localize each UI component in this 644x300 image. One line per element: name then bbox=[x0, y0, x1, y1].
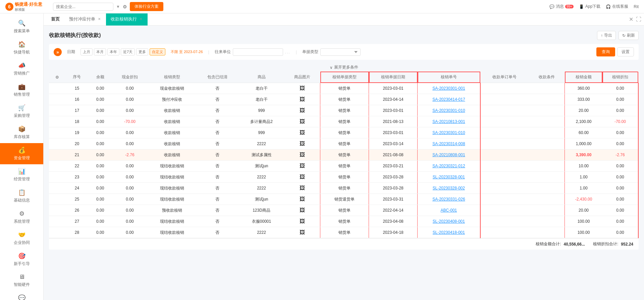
filter-separator-2: | bbox=[296, 50, 297, 54]
unit-label: 往来单位 bbox=[215, 49, 231, 55]
table-cell[interactable]: SL-20230328-001 bbox=[418, 172, 480, 183]
table-cell: 28 bbox=[65, 227, 89, 238]
td-settings bbox=[49, 83, 65, 94]
expand-more-button[interactable]: ∨ 展开更多条件 bbox=[49, 63, 639, 72]
td-product-img: 🖼 bbox=[284, 83, 320, 94]
table-cell: 现结收款核销 bbox=[148, 161, 196, 172]
filter-unit: 往来单位 ... bbox=[215, 48, 290, 56]
phone-icon: 📱 bbox=[579, 4, 584, 9]
th-bill-date: 核销单据日期 bbox=[369, 72, 418, 83]
table-cell: 现结收款核销 bbox=[148, 194, 196, 205]
table-cell: 衣服00001 bbox=[238, 216, 284, 227]
table-cell: 3,390.00 bbox=[565, 149, 602, 161]
table-cell: 0.00 bbox=[602, 194, 638, 205]
table-cell[interactable]: SL-20230408-001 bbox=[418, 216, 480, 227]
home-icon: 🏠 bbox=[18, 41, 25, 48]
sidebar-item-collab[interactable]: 🤝 企业协同 bbox=[0, 228, 43, 249]
filter-type: 单据类型 bbox=[302, 48, 361, 56]
page-actions: ↑ 导出 ↻ 刷新 bbox=[597, 31, 639, 40]
refresh-button[interactable]: ↻ 刷新 bbox=[619, 31, 639, 40]
page-content: 收款核销执行(按收款) ↑ 导出 ↻ 刷新 » 日期 上月 bbox=[44, 26, 644, 300]
tab-prepayment-close[interactable]: ✕ bbox=[97, 17, 101, 21]
tab-home[interactable]: 首页 bbox=[46, 13, 64, 26]
search-icon: 🔍 bbox=[18, 19, 25, 27]
tab-expand-icon[interactable]: ⛶ bbox=[636, 16, 641, 23]
sidebar-item-sales[interactable]: 💼 销售管理 bbox=[0, 80, 43, 101]
type-select[interactable] bbox=[320, 48, 361, 56]
export-icon: ↑ bbox=[601, 33, 603, 38]
table-row: 180.00-70.00收款核销否多计量商品2🖼销货单2021-08-13SA-… bbox=[49, 116, 638, 127]
user-menu[interactable]: Rit bbox=[634, 4, 639, 9]
table-cell: 销货单 bbox=[320, 105, 369, 116]
message-button[interactable]: 💬 消息 99+ bbox=[549, 4, 574, 9]
date-btn-this-year[interactable]: 本年 bbox=[107, 48, 119, 55]
date-btn-this-month[interactable]: 本月 bbox=[94, 48, 106, 55]
tab-close-all-icon[interactable]: ✕ bbox=[629, 16, 633, 23]
tab-bar-actions: ✕ ⛶ bbox=[629, 16, 641, 23]
table-cell: 2023-03-31 bbox=[369, 194, 418, 205]
sidebar-item-purchase[interactable]: 🛒 采购管理 bbox=[0, 101, 43, 122]
app-download-button[interactable]: 📱 App下载 bbox=[579, 4, 600, 9]
table-cell: 销货单 bbox=[320, 216, 369, 227]
table-cell[interactable]: SA-20230301-010 bbox=[418, 127, 480, 138]
table-cell: 0.00 bbox=[602, 183, 638, 194]
table-cell: 2222 bbox=[238, 138, 284, 149]
sidebar-item-label: 系统管理 bbox=[14, 219, 30, 224]
online-service-button[interactable]: 🎧 在线客服 bbox=[606, 4, 628, 9]
sidebar-item-search[interactable]: 🔍 搜索菜单 bbox=[0, 16, 43, 37]
date-btn-custom[interactable]: 自定义 bbox=[150, 48, 165, 55]
table-cell[interactable]: SA-20210808-001 bbox=[418, 149, 480, 161]
table-cell: 否 bbox=[196, 216, 238, 227]
sidebar-item-marketing[interactable]: 📣 营销推广 bbox=[0, 58, 43, 80]
table-cell[interactable]: SA-20230321-012 bbox=[418, 161, 480, 172]
query-button[interactable]: 查询 bbox=[596, 47, 615, 56]
export-button[interactable]: ↑ 导出 bbox=[597, 31, 616, 40]
td-settings bbox=[49, 94, 65, 105]
tab-receipt-cancel[interactable]: 收款核销执行 ✕ bbox=[106, 13, 148, 26]
th-product-img: 商品图片 bbox=[284, 72, 320, 83]
message-badge: 99+ bbox=[565, 5, 574, 8]
tab-prepayment[interactable]: 预付冲应付单 ✕ bbox=[64, 13, 106, 26]
td-product-img: 🖼 bbox=[284, 172, 320, 183]
industry-solution-button[interactable]: 体验行业方案 bbox=[130, 2, 163, 11]
date-btn-7days[interactable]: 近7天 bbox=[121, 48, 135, 55]
table-cell[interactable]: SA-20230331-026 bbox=[418, 194, 480, 205]
sidebar-item-nav[interactable]: 🏠 快捷导航 bbox=[0, 37, 43, 58]
setting-button[interactable]: 设置 bbox=[617, 47, 634, 56]
table-cell[interactable]: ABC-001 bbox=[418, 205, 480, 216]
td-settings bbox=[49, 127, 65, 138]
company-search-input[interactable] bbox=[53, 3, 113, 11]
table-cell: 2023-03-28 bbox=[369, 172, 418, 183]
table-cell[interactable]: SA-20230314-008 bbox=[418, 138, 480, 149]
date-btn-last-month[interactable]: 上月 bbox=[80, 48, 93, 55]
table-cell[interactable]: SL-20230418-001 bbox=[418, 227, 480, 238]
unit-search-dots[interactable]: ... bbox=[285, 50, 290, 54]
sidebar-item-system[interactable]: ⚙ 系统管理 bbox=[0, 207, 43, 228]
marketing-icon: 📣 bbox=[18, 62, 25, 69]
table-cell: 0.00 bbox=[89, 227, 112, 238]
table-cell[interactable]: SA-20230301-001 bbox=[418, 83, 480, 94]
sidebar-item-inventory[interactable]: 📦 库存核算 bbox=[0, 122, 43, 143]
td-product-img: 🖼 bbox=[284, 216, 320, 227]
table-cell bbox=[480, 83, 529, 94]
table-cell[interactable]: SA-20230301-010 bbox=[418, 105, 480, 116]
sidebar-item-finance[interactable]: 💰 资金管理 bbox=[0, 143, 43, 164]
table-cell: 21 bbox=[65, 149, 89, 161]
gear-icon[interactable]: ⚙ bbox=[123, 4, 127, 9]
dropdown-arrow-icon[interactable]: ▼ bbox=[116, 4, 120, 9]
sidebar-item-label: 智能硬件 bbox=[14, 282, 30, 288]
sidebar-item-guide[interactable]: 🎯 新手引导 bbox=[0, 249, 43, 270]
td-settings bbox=[49, 194, 65, 205]
tab-receipt-cancel-close[interactable]: ✕ bbox=[139, 17, 143, 21]
table-cell[interactable]: SL-20230328-002 bbox=[418, 183, 480, 194]
sidebar-item-basic[interactable]: 📋 基础信息 bbox=[0, 185, 43, 207]
table-cell[interactable]: SA-20210813-001 bbox=[418, 116, 480, 127]
sidebar-item-operations[interactable]: 📊 经营管理 bbox=[0, 164, 43, 185]
sidebar-item-hardware[interactable]: 🖥 智能硬件 bbox=[0, 270, 43, 291]
table-cell[interactable]: SA-20230414-017 bbox=[418, 94, 480, 105]
filter-expand-button[interactable]: » bbox=[54, 48, 62, 56]
unit-input[interactable] bbox=[233, 48, 283, 56]
sidebar-item-wechat[interactable]: 💬 企业微信 bbox=[0, 291, 43, 300]
date-btn-more[interactable]: 更多 bbox=[136, 48, 148, 55]
table-cell: 0.00 bbox=[89, 183, 112, 194]
